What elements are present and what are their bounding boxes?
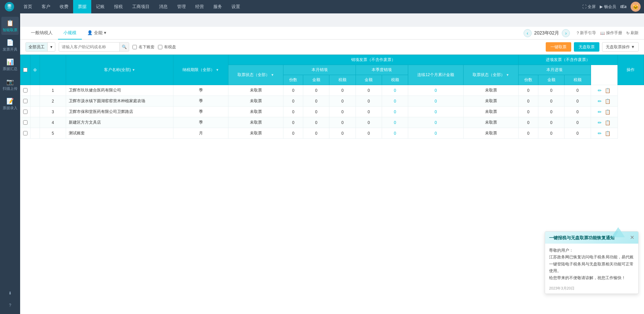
table-row: 2 卫辉市汲水镇下圆湖窑窑营木种植家庭农场 季 未取票 0 0 0 0 0 0 …: [20, 96, 644, 107]
row-select-checkbox[interactable]: [23, 120, 28, 125]
sidebar-item-invoice-issue[interactable]: 📄 发票开具: [1, 36, 19, 54]
vip-btn[interactable]: ▶ 畅会员: [600, 4, 616, 10]
sidebar-bottom-help[interactable]: ?: [1, 300, 19, 311]
row-sales-quarterly-tax: 0: [382, 107, 408, 117]
notification-popup: 一键报税与无盘取票功能恢复通知 ✕ 尊敬的用户： 江苏政务网已恢复访问电子税务局…: [545, 231, 639, 294]
nav-service[interactable]: 服务: [209, 0, 227, 13]
row-purchase-monthly-amount: 0: [538, 107, 565, 117]
notification-header: 一键报税与无盘取票功能恢复通知 ✕: [545, 232, 638, 244]
nav-operations[interactable]: 经营: [191, 0, 209, 13]
nav-customer[interactable]: 客户: [37, 0, 55, 13]
has-tax-disk-checkbox[interactable]: [158, 45, 162, 49]
nav-manage[interactable]: 管理: [172, 0, 191, 13]
nav-invoice[interactable]: 票据: [73, 0, 91, 13]
th-sales-quarterly-amount: 金额: [356, 75, 382, 85]
table-row: 4 新建区方方文具店 季 未取票 0 0 0 0 0 0 未取票 0 0 0 ✏…: [20, 117, 644, 128]
mine-accounts-checkbox[interactable]: [132, 45, 137, 49]
no-disk-ops-label: 无盘取票操作: [606, 44, 630, 50]
select-all-checkbox[interactable]: [23, 68, 28, 72]
sidebar-item-smart-fetch[interactable]: 📋 智能取票: [1, 17, 19, 35]
notification-close-button[interactable]: ✕: [630, 235, 634, 240]
smart-fetch-icon: 📋: [6, 19, 14, 27]
mine-accounts-check[interactable]: 名下账套: [132, 44, 155, 50]
row-edit-icon[interactable]: ✏: [597, 131, 603, 136]
row-no: 1: [40, 85, 66, 96]
avatar[interactable]: 🐱: [631, 2, 641, 12]
fullscreen-btn[interactable]: ⛶ 全屏: [582, 4, 596, 10]
row-purchase-monthly-tax: 0: [565, 128, 591, 139]
chevron-down-icon: ▾: [50, 45, 52, 49]
search-input[interactable]: [59, 45, 119, 49]
row-detail-icon[interactable]: 📋: [604, 109, 611, 115]
employee-filter[interactable]: 全部员工 ▾: [25, 42, 55, 52]
manual-btn[interactable]: 📖 操作手册: [600, 30, 622, 36]
row-sales-monthly-count: 0: [283, 85, 303, 96]
row-sales-year-accum-link[interactable]: 0: [435, 88, 437, 93]
row-select-checkbox[interactable]: [23, 110, 28, 114]
tab-small-scale[interactable]: 小规模: [58, 27, 82, 40]
row-edit-icon[interactable]: ✏: [597, 109, 603, 115]
row-detail-icon[interactable]: 📋: [604, 99, 611, 104]
employee-filter-value[interactable]: ▾: [48, 45, 55, 49]
row-sales-quarterly-tax-link[interactable]: 0: [394, 110, 396, 114]
row-edit-icon[interactable]: ✏: [597, 120, 603, 125]
dropdown-icon: ▼: [631, 45, 635, 49]
row-detail-icon[interactable]: 📋: [604, 120, 611, 125]
row-sales-monthly-count: 0: [283, 96, 303, 107]
th-purchase-monthly-count: 份数: [519, 75, 538, 85]
row-detail-icon[interactable]: 📋: [604, 88, 611, 93]
has-tax-disk-check[interactable]: 有税盘: [158, 44, 176, 50]
search-box: 🔍: [59, 42, 129, 52]
row-purchase-monthly-count: 0: [519, 117, 538, 128]
row-sales-monthly-amount: 0: [303, 85, 329, 96]
row-purchase-fetch-status: 未取票: [464, 107, 519, 117]
row-select-checkbox[interactable]: [23, 88, 28, 92]
th-group-purchase: 进项发票（不含作废票）: [519, 55, 618, 65]
row-sales-quarterly-tax-link[interactable]: 0: [394, 131, 396, 136]
sidebar-item-invoice-entry[interactable]: 📝 票据录入: [1, 95, 19, 113]
refresh-btn[interactable]: ↻ 刷新: [626, 30, 639, 36]
row-edit-icon[interactable]: ✏: [597, 99, 603, 104]
row-sales-year-accum-link[interactable]: 0: [435, 131, 437, 136]
sidebar: 📋 智能取票 📄 发票开具 📊 票据汇总 📷 扫描上传 📝 票据录入 ⬇ ?: [0, 13, 20, 314]
row-customer-name: 卫辉市汲水镇下圆湖窑窑营木种植家庭农场: [66, 96, 173, 107]
one-key-fetch-button[interactable]: 一键取票: [546, 42, 571, 52]
row-sales-year-accum: 0: [408, 96, 464, 107]
nav-home[interactable]: 首页: [19, 0, 37, 13]
row-action-icon: [31, 128, 40, 139]
nav-message[interactable]: 消息: [154, 0, 172, 13]
sidebar-item-invoice-summary[interactable]: 📊 票据汇总: [1, 56, 19, 74]
nav-business[interactable]: 工商项目: [127, 0, 154, 13]
sidebar-item-scan-upload[interactable]: 📷 扫描上传: [1, 75, 19, 93]
tab-general-taxpayer[interactable]: 一般纳税人: [25, 27, 58, 40]
row-sales-year-accum-link[interactable]: 0: [435, 120, 437, 125]
nav-bookkeeping[interactable]: 记账: [91, 0, 109, 13]
sidebar-item-label-invoice-issue: 发票开具: [3, 47, 17, 52]
row-select-checkbox[interactable]: [23, 99, 28, 103]
no-disk-ops-button[interactable]: 无盘取票操作 ▼: [602, 42, 639, 52]
search-button[interactable]: 🔍: [119, 42, 129, 52]
nav-settings[interactable]: 设置: [227, 0, 245, 13]
row-checkbox: [20, 85, 31, 96]
nav-billing[interactable]: 收费: [55, 0, 73, 13]
row-purchase-monthly-amount: 0: [538, 117, 565, 128]
new-guide-btn[interactable]: ? 新手引导: [577, 30, 596, 36]
row-detail-icon[interactable]: 📋: [604, 131, 611, 136]
tab-all-capable[interactable]: 👤 全能 ▾: [82, 27, 112, 40]
nav-tax[interactable]: 报税: [109, 0, 127, 13]
row-checkbox: [20, 107, 31, 117]
row-sales-quarterly-tax-link[interactable]: 0: [394, 120, 396, 125]
row-edit-icon[interactable]: ✏: [597, 88, 603, 93]
row-sales-quarterly-tax-link[interactable]: 0: [394, 99, 396, 104]
employee-filter-label: 全部员工: [26, 43, 48, 51]
row-sales-year-accum-link[interactable]: 0: [435, 99, 437, 104]
row-select-checkbox[interactable]: [23, 131, 28, 135]
row-sales-fetch-status: 未取票: [228, 128, 283, 139]
period-next-btn[interactable]: ›: [562, 29, 570, 37]
period-prev-btn[interactable]: ‹: [524, 29, 532, 37]
row-sales-year-accum-link[interactable]: 0: [435, 110, 437, 114]
no-disk-fetch-button[interactable]: 无盘取票: [574, 42, 599, 52]
row-sales-quarterly-tax-link[interactable]: 0: [394, 88, 396, 93]
sidebar-bottom-download[interactable]: ⬇: [1, 288, 19, 299]
row-no: 5: [40, 128, 66, 139]
